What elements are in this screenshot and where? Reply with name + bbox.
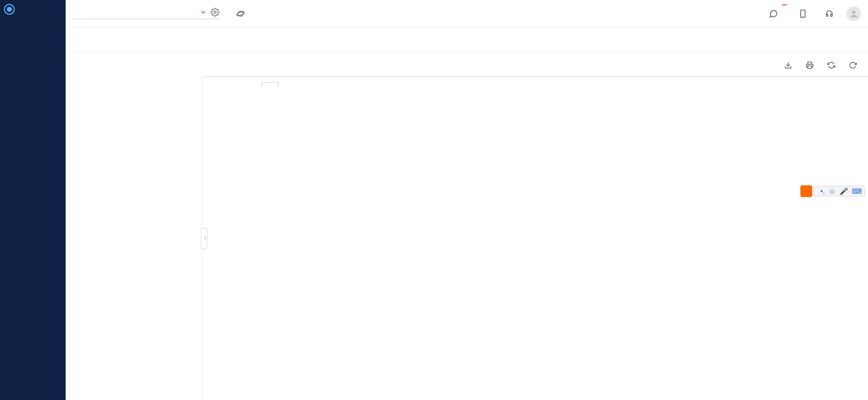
ime-toolbar[interactable]: •, ☺ 🎤 ⌨ [800, 185, 865, 197]
sidebar [0, 0, 66, 400]
ime-face-icon[interactable]: ☺ [829, 187, 836, 195]
headset-icon [825, 9, 834, 18]
refresh-icon [848, 61, 857, 70]
reset-icon [827, 61, 836, 70]
chevron-down-icon[interactable] [199, 8, 208, 17]
reset-button[interactable] [827, 61, 838, 70]
demo-link[interactable] [236, 9, 248, 18]
search-box[interactable] [72, 8, 219, 19]
print-button[interactable] [805, 61, 816, 70]
tab-bar [66, 27, 868, 52]
customer-service-button[interactable] [825, 9, 836, 18]
svg-rect-10 [808, 66, 812, 68]
badge [782, 4, 787, 5]
toolbar [784, 59, 859, 70]
report-list [66, 76, 203, 400]
topbar [66, 0, 868, 27]
sheet-tab[interactable] [262, 82, 278, 87]
messages-button[interactable] [769, 9, 780, 18]
app-download-button[interactable] [798, 9, 809, 18]
logo [0, 0, 66, 17]
refresh-button[interactable] [848, 61, 859, 70]
edition-label [0, 17, 66, 21]
print-icon [805, 61, 814, 70]
svg-point-8 [852, 10, 856, 14]
collapse-handle[interactable]: 《 [201, 228, 208, 249]
ime-punct-icon[interactable]: •, [820, 187, 825, 195]
main-nav [0, 21, 66, 400]
chat-icon [769, 9, 778, 18]
brand-icon [4, 4, 15, 15]
phone-icon [798, 9, 807, 18]
svg-point-2 [236, 11, 245, 16]
download-button[interactable] [784, 61, 795, 70]
svg-point-0 [214, 11, 217, 14]
download-icon [784, 61, 793, 70]
ime-mic-icon[interactable]: 🎤 [840, 187, 848, 195]
ime-badge [800, 185, 812, 197]
planet-icon [236, 9, 245, 18]
spreadsheet[interactable] [203, 76, 868, 400]
avatar[interactable] [846, 6, 861, 21]
ime-keyboard-icon[interactable]: ⌨ [852, 187, 862, 195]
sheet-tab-bar [203, 76, 868, 92]
gear-icon[interactable] [211, 8, 219, 17]
